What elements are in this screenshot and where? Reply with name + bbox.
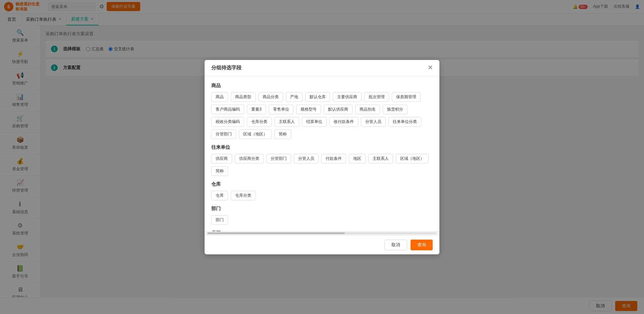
field-tag-warehouse-0[interactable]: 仓库 bbox=[211, 191, 228, 200]
field-tag-partner-8[interactable]: 简称 bbox=[211, 166, 228, 176]
field-tag-product-20[interactable]: 分管人员 bbox=[361, 117, 386, 127]
field-tag-product-17[interactable]: 主联系人 bbox=[274, 117, 299, 127]
modal-header: 分组待选字段 ✕ bbox=[205, 60, 439, 76]
modal-footer: 取消 查询 bbox=[205, 235, 439, 254]
modal-close-btn[interactable]: ✕ bbox=[428, 65, 433, 71]
field-tag-product-16[interactable]: 仓库分类 bbox=[247, 117, 272, 127]
field-tag-product-4[interactable]: 默认仓库 bbox=[305, 92, 330, 102]
cancel-button[interactable]: 取消 bbox=[384, 240, 407, 250]
modal-title: 分组待选字段 bbox=[211, 65, 241, 71]
section-title-warehouse: 仓库 bbox=[211, 181, 433, 187]
dept-field-tags: 部门 bbox=[211, 215, 433, 225]
confirm-button[interactable]: 查询 bbox=[411, 240, 433, 250]
field-tag-partner-6[interactable]: 主联系人 bbox=[368, 154, 393, 164]
section-title-dept: 部门 bbox=[211, 206, 433, 212]
field-tag-product-19[interactable]: 收付款条件 bbox=[329, 117, 358, 127]
field-tag-product-15[interactable]: 税收分类编码 bbox=[211, 117, 244, 127]
horizontal-scrollbar[interactable] bbox=[205, 231, 439, 235]
field-tag-partner-4[interactable]: 付款条件 bbox=[321, 154, 346, 164]
field-tag-product-9[interactable]: 重量3 bbox=[247, 105, 266, 114]
field-tag-product-6[interactable]: 批次管理 bbox=[364, 92, 389, 102]
warehouse-field-tags: 仓库 仓库分类 bbox=[211, 191, 433, 200]
field-tag-product-22[interactable]: 分管部门 bbox=[211, 129, 236, 139]
field-tag-partner-0[interactable]: 供应商 bbox=[211, 154, 232, 164]
field-tag-product-8[interactable]: 客户商品编码 bbox=[211, 105, 244, 114]
modal-dialog: 分组待选字段 ✕ 商品 商品 商品类型 商品分类 产地 默认仓库 主要供应商 批… bbox=[205, 60, 439, 254]
modal-body: 商品 商品 商品类型 商品分类 产地 默认仓库 主要供应商 批次管理 保质期管理… bbox=[205, 76, 439, 232]
field-tag-product-14[interactable]: 炼货积分 bbox=[383, 105, 408, 114]
field-tag-warehouse-1[interactable]: 仓库分类 bbox=[231, 191, 256, 200]
partner-field-tags: 供应商 供应商分类 分管部门 分管人员 付款条件 地区 主联系人 区域（地区） … bbox=[211, 154, 433, 176]
field-tag-product-24[interactable]: 简称 bbox=[274, 129, 291, 139]
field-tag-dept-0[interactable]: 部门 bbox=[211, 215, 228, 225]
section-title-product: 商品 bbox=[211, 83, 433, 89]
field-tag-product-13[interactable]: 商品别名 bbox=[355, 105, 380, 114]
field-tag-product-23[interactable]: 区域（地区） bbox=[239, 129, 272, 139]
field-tag-product-0[interactable]: 商品 bbox=[211, 92, 228, 102]
field-tag-partner-1[interactable]: 供应商分类 bbox=[235, 154, 264, 164]
field-tag-product-11[interactable]: 规格型号 bbox=[296, 105, 321, 114]
field-tag-product-2[interactable]: 商品分类 bbox=[258, 92, 283, 102]
field-tag-partner-5[interactable]: 地区 bbox=[349, 154, 366, 164]
field-tag-product-12[interactable]: 默认供应商 bbox=[324, 105, 353, 114]
field-tag-product-10[interactable]: 零售单位 bbox=[269, 105, 293, 114]
field-tag-product-1[interactable]: 商品类型 bbox=[231, 92, 256, 102]
field-tag-partner-7[interactable]: 区域（地区） bbox=[396, 154, 429, 164]
field-tag-product-3[interactable]: 产地 bbox=[286, 92, 303, 102]
field-tag-product-18[interactable]: 结算单位 bbox=[302, 117, 327, 127]
field-tag-product-7[interactable]: 保质期管理 bbox=[392, 92, 421, 102]
section-title-partner: 往来单位 bbox=[211, 144, 433, 150]
field-tag-product-5[interactable]: 主要供应商 bbox=[333, 92, 362, 102]
field-tag-partner-2[interactable]: 分管部门 bbox=[266, 154, 291, 164]
product-field-tags: 商品 商品类型 商品分类 产地 默认仓库 主要供应商 批次管理 保质期管理 客户… bbox=[211, 92, 433, 139]
field-tag-partner-3[interactable]: 分管人员 bbox=[294, 154, 319, 164]
field-tag-product-21[interactable]: 往来单位分类 bbox=[388, 117, 421, 127]
modal-overlay: 分组待选字段 ✕ 商品 商品 商品类型 商品分类 产地 默认仓库 主要供应商 批… bbox=[0, 0, 644, 314]
